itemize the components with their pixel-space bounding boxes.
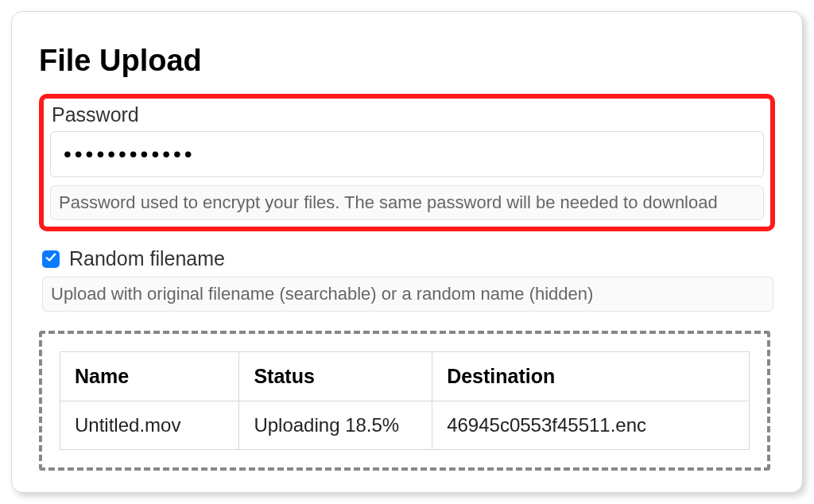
password-label: Password bbox=[52, 103, 764, 126]
check-icon bbox=[45, 252, 56, 266]
file-dropzone[interactable]: Name Status Destination Untitled.mov Upl… bbox=[39, 331, 770, 471]
random-filename-hint: Upload with original filename (searchabl… bbox=[42, 277, 773, 312]
password-input[interactable] bbox=[50, 131, 764, 177]
password-section-highlight: Password Password used to encrypt your f… bbox=[39, 94, 775, 231]
col-header-destination: Destination bbox=[432, 352, 750, 401]
cell-name: Untitled.mov bbox=[60, 401, 239, 450]
random-filename-label: Random filename bbox=[69, 247, 225, 270]
password-hint: Password used to encrypt your files. The… bbox=[50, 185, 764, 220]
page-title: File Upload bbox=[39, 44, 775, 78]
random-filename-row: Random filename bbox=[42, 247, 775, 270]
cell-destination: 46945c0553f45511.enc bbox=[432, 401, 750, 450]
table-header-row: Name Status Destination bbox=[60, 352, 750, 401]
col-header-name: Name bbox=[60, 352, 239, 401]
col-header-status: Status bbox=[239, 352, 432, 401]
table-row: Untitled.mov Uploading 18.5% 46945c0553f… bbox=[60, 401, 750, 450]
files-table: Name Status Destination Untitled.mov Upl… bbox=[60, 351, 750, 450]
cell-status: Uploading 18.5% bbox=[239, 401, 432, 450]
upload-card: File Upload Password Password used to en… bbox=[11, 11, 803, 493]
random-filename-checkbox[interactable] bbox=[42, 250, 60, 268]
